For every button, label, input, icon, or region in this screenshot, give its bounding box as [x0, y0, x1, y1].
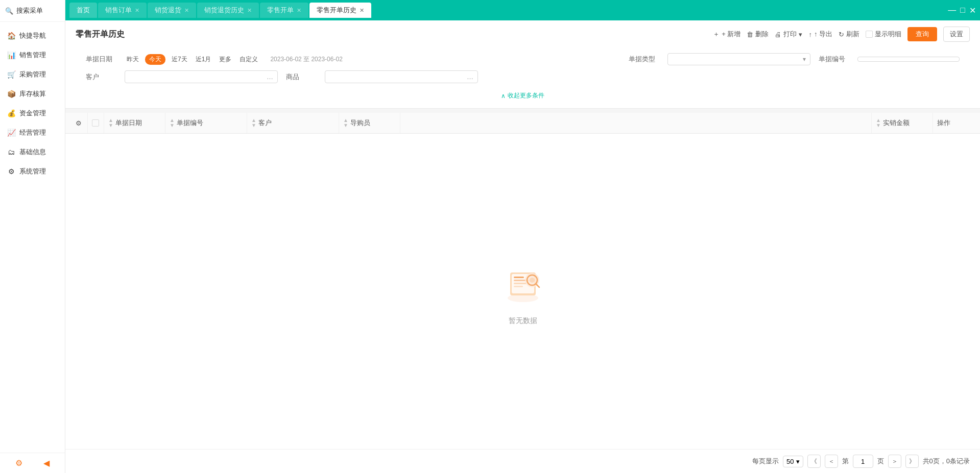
- add-button[interactable]: ＋ + 新增: [713, 30, 740, 39]
- doc-type-arrow: ▾: [803, 56, 806, 63]
- prev-page-icon: ＜: [828, 457, 834, 466]
- per-page-arrow: ▾: [796, 458, 800, 465]
- doc-no-label: 单据编号: [819, 55, 849, 64]
- tab-label-sales-order: 销售订单: [105, 6, 132, 15]
- current-page-input[interactable]: [853, 455, 873, 468]
- date-shortcut-今天[interactable]: 今天: [145, 54, 165, 65]
- next-page-icon: ＞: [892, 457, 898, 466]
- collapse-sidebar-icon[interactable]: ◀: [43, 458, 50, 468]
- doc-no-input[interactable]: [857, 57, 960, 62]
- th-no[interactable]: ▲▼ 单据编号: [165, 113, 247, 133]
- query-button[interactable]: 查询: [907, 27, 937, 41]
- date-label: 单据日期: [86, 55, 116, 64]
- date-shortcut-近1月[interactable]: 近1月: [194, 54, 213, 65]
- tab-sales-order[interactable]: 销售订单✕: [98, 3, 147, 18]
- customer-label: 客户: [86, 72, 116, 82]
- search-area[interactable]: 🔍 搜索采单: [0, 0, 65, 22]
- tab-close-sales-order[interactable]: ✕: [135, 7, 139, 14]
- next-page-button[interactable]: ＞: [888, 455, 901, 468]
- th-action: 操作: [933, 113, 974, 133]
- tab-label-sales-return: 销货退货: [155, 6, 181, 15]
- page-title: 零售开单历史: [76, 29, 125, 40]
- minimize-icon[interactable]: —: [948, 6, 956, 15]
- th-salesperson[interactable]: ▲▼ 导购员: [339, 113, 400, 133]
- tab-label-home: 首页: [77, 6, 90, 15]
- nav-label-xitong: 系统管理: [19, 167, 46, 176]
- tab-close-retail-open-history[interactable]: ✕: [360, 7, 364, 14]
- sidebar-item-caigou[interactable]: 🛒采购管理: [0, 65, 65, 84]
- th-customer[interactable]: ▲▼ 客户: [247, 113, 339, 133]
- sort-customer-icon: ▲▼: [251, 118, 256, 128]
- th-amount[interactable]: ▲▼ 实销金额: [872, 113, 933, 133]
- display-toggle[interactable]: 显示明细: [866, 30, 901, 39]
- date-shortcuts: 昨天今天近7天近1月更多自定义: [125, 54, 260, 65]
- per-page-value: 50: [786, 458, 794, 465]
- content-area: 零售开单历史 ＋ + 新增 🗑 删除 🖨 打印 ▾: [65, 20, 980, 473]
- tab-close-sales-return[interactable]: ✕: [184, 7, 189, 14]
- product-label: 商品: [286, 72, 317, 82]
- refresh-icon: ↻: [839, 31, 844, 38]
- sidebar-item-kucun[interactable]: 📦库存核算: [0, 84, 65, 104]
- tab-close-retail-open[interactable]: ✕: [297, 7, 301, 14]
- prev-page-button[interactable]: ＜: [825, 455, 838, 468]
- th-checkbox[interactable]: [88, 113, 104, 133]
- print-arrow: ▾: [799, 31, 802, 38]
- first-page-button[interactable]: 《: [807, 455, 821, 468]
- delete-button[interactable]: 🗑 删除: [747, 30, 769, 39]
- display-checkbox[interactable]: [866, 31, 873, 38]
- settings-button[interactable]: 设置: [943, 27, 970, 42]
- print-icon: 🖨: [775, 31, 781, 38]
- delete-icon: 🗑: [747, 31, 753, 38]
- last-page-icon: 》: [909, 457, 915, 466]
- nav-icon-jichu: 🗂: [7, 148, 15, 156]
- print-button[interactable]: 🖨 打印 ▾: [775, 30, 802, 39]
- th-amount-label: 实销金额: [883, 118, 910, 128]
- maximize-icon[interactable]: □: [960, 6, 965, 15]
- page-suffix-label: 页: [877, 457, 884, 466]
- date-shortcut-更多[interactable]: 更多: [217, 54, 233, 65]
- export-label: ↑ 导出: [814, 30, 832, 39]
- th-settings[interactable]: ⚙: [71, 113, 88, 133]
- collapse-button[interactable]: ∧ 收起更多条件: [501, 91, 544, 100]
- tab-home[interactable]: 首页: [69, 3, 97, 18]
- last-page-button[interactable]: 》: [905, 455, 919, 468]
- total-info: 共0页，0条记录: [923, 457, 970, 466]
- sidebar-item-jichu[interactable]: 🗂基础信息: [0, 142, 65, 162]
- doc-type-label: 单据类型: [629, 55, 659, 64]
- th-spacer: [400, 113, 872, 133]
- collapse-chevron-icon: ∧: [501, 92, 506, 99]
- sidebar-item-jingying[interactable]: 📈经营管理: [0, 123, 65, 142]
- nav-icon-xitong: ⚙: [7, 167, 15, 176]
- tab-sales-return[interactable]: 销货退货✕: [148, 3, 196, 18]
- settings-bottom-icon[interactable]: ⚙: [15, 458, 22, 468]
- per-page-select[interactable]: 50 ▾: [783, 456, 803, 467]
- tab-retail-open[interactable]: 零售开单✕: [260, 3, 308, 18]
- customer-input[interactable]: …: [125, 70, 278, 83]
- product-input[interactable]: …: [325, 70, 478, 83]
- tab-label-retail-open-history: 零售开单历史: [317, 6, 356, 15]
- sidebar-item-zijin[interactable]: 💰资金管理: [0, 104, 65, 123]
- tab-retail-open-history[interactable]: 零售开单历史✕: [309, 3, 371, 18]
- date-shortcut-近7天[interactable]: 近7天: [170, 54, 189, 65]
- sidebar-item-xitong[interactable]: ⚙系统管理: [0, 162, 65, 181]
- export-button[interactable]: ↑ ↑ 导出: [808, 30, 832, 39]
- nav-label-caigou: 采购管理: [19, 70, 46, 79]
- doc-type-select[interactable]: ▾: [667, 53, 810, 65]
- svg-rect-3: [514, 277, 524, 278]
- tab-sales-return-history[interactable]: 销货退货历史✕: [197, 3, 259, 18]
- nav-label-jichu: 基础信息: [19, 147, 46, 157]
- date-shortcut-自定义[interactable]: 自定义: [237, 54, 260, 65]
- tab-close-sales-return-history[interactable]: ✕: [247, 7, 252, 14]
- sidebar-bottom: ⚙ ◀: [0, 453, 65, 473]
- tab-label-retail-open: 零售开单: [267, 6, 294, 15]
- tab-label-sales-return-history: 销货退货历史: [204, 6, 244, 15]
- sidebar-item-xiaoshou[interactable]: 📊销售管理: [0, 45, 65, 65]
- collapse-label: 收起更多条件: [508, 91, 544, 100]
- close-window-icon[interactable]: ✕: [969, 6, 976, 15]
- delete-label: 删除: [755, 30, 769, 39]
- th-date[interactable]: ▲▼ 单据日期: [104, 113, 165, 133]
- sidebar-item-kuaijie[interactable]: 🏠快捷导航: [0, 26, 65, 45]
- date-shortcut-昨天[interactable]: 昨天: [125, 54, 141, 65]
- select-all-checkbox[interactable]: [92, 119, 99, 127]
- refresh-button[interactable]: ↻ 刷新: [839, 30, 859, 39]
